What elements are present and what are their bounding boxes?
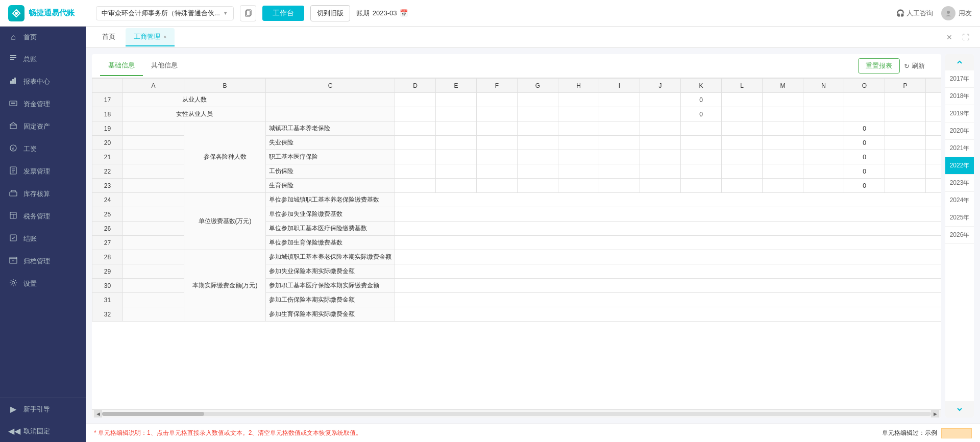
- close-window-button[interactable]: ✕: [943, 31, 955, 43]
- user-info[interactable]: 用友: [941, 6, 972, 20]
- row-20-g[interactable]: [518, 136, 558, 150]
- row-22-q[interactable]: [926, 164, 942, 179]
- row-25-c[interactable]: 单位参加失业保险缴费基数: [266, 207, 395, 222]
- row-17-j[interactable]: [640, 93, 681, 107]
- row-18-i[interactable]: [599, 107, 640, 121]
- sidebar-item-payroll[interactable]: ¥ 工资: [0, 138, 86, 160]
- row-17-g[interactable]: [518, 93, 558, 107]
- row-19-c[interactable]: 城镇职工基本养老保险: [266, 121, 395, 136]
- sidebar-item-home[interactable]: ⌂ 首页: [0, 27, 86, 48]
- row-24-c[interactable]: 单位参加城镇职工基本养老保险缴费基数: [266, 193, 395, 207]
- sidebar-item-invoice[interactable]: 发票管理: [0, 160, 86, 183]
- row-23-k[interactable]: [681, 179, 722, 193]
- row-24-data[interactable]: [395, 193, 942, 207]
- col-header-c[interactable]: C: [266, 79, 395, 93]
- row-17-k[interactable]: 0: [681, 93, 722, 107]
- row-26-a[interactable]: [123, 222, 184, 236]
- row-27-data[interactable]: [395, 236, 942, 250]
- row-23-o[interactable]: 0: [844, 179, 885, 193]
- row-20-q[interactable]: [926, 136, 942, 150]
- row-21-a[interactable]: [123, 150, 184, 164]
- col-header-d[interactable]: D: [395, 79, 436, 93]
- col-header-e[interactable]: E: [436, 79, 477, 93]
- row-18-ab[interactable]: 女性从业人员: [123, 107, 266, 121]
- row-17-m[interactable]: [763, 93, 803, 107]
- row-23-f[interactable]: [477, 179, 518, 193]
- row-20-j[interactable]: [640, 136, 681, 150]
- row-25-data[interactable]: [395, 207, 942, 222]
- row-22-d[interactable]: [395, 164, 436, 179]
- row-17-ab[interactable]: 从业人数: [123, 93, 266, 107]
- scrollbar-track[interactable]: [102, 412, 931, 416]
- year-item-2018[interactable]: 2018年: [945, 88, 974, 105]
- row-29-data[interactable]: [395, 264, 942, 279]
- row-27-a[interactable]: [123, 236, 184, 250]
- row-21-m[interactable]: [763, 150, 803, 164]
- year-item-2020[interactable]: 2020年: [945, 122, 974, 140]
- row-20-f[interactable]: [477, 136, 518, 150]
- row-26-c[interactable]: 单位参加职工基本医疗保险缴费基数: [266, 222, 395, 236]
- row-19-k[interactable]: [681, 121, 722, 136]
- year-item-2025[interactable]: 2025年: [945, 209, 974, 227]
- row-21-n[interactable]: [803, 150, 844, 164]
- row-19-j[interactable]: [640, 121, 681, 136]
- row-20-l[interactable]: [722, 136, 763, 150]
- row-20-c[interactable]: 失业保险: [266, 136, 395, 150]
- row-29-c[interactable]: 参加失业保险本期实际缴费金额: [266, 264, 395, 279]
- sidebar-item-assets[interactable]: 固定资产: [0, 115, 86, 138]
- row-18-p[interactable]: [885, 107, 926, 121]
- row-30-a[interactable]: [123, 279, 184, 293]
- row-21-f[interactable]: [477, 150, 518, 164]
- year-item-2021[interactable]: 2021年: [945, 140, 974, 157]
- row-22-k[interactable]: [681, 164, 722, 179]
- row-23-c[interactable]: 生育保险: [266, 179, 395, 193]
- row-21-q[interactable]: [926, 150, 942, 164]
- row-23-m[interactable]: [763, 179, 803, 193]
- workbench-button[interactable]: 工作台: [262, 6, 304, 21]
- row-19-b[interactable]: 参保各险种人数: [184, 121, 266, 193]
- row-22-e[interactable]: [436, 164, 477, 179]
- row-21-l[interactable]: [722, 150, 763, 164]
- row-30-data[interactable]: [395, 279, 942, 293]
- row-29-a[interactable]: [123, 264, 184, 279]
- row-17-e[interactable]: [436, 93, 477, 107]
- row-31-data[interactable]: [395, 293, 942, 307]
- row-19-f[interactable]: [477, 121, 518, 136]
- row-23-e[interactable]: [436, 179, 477, 193]
- row-23-j[interactable]: [640, 179, 681, 193]
- row-22-l[interactable]: [722, 164, 763, 179]
- horizontal-scrollbar[interactable]: ◀ ▶: [92, 409, 941, 418]
- row-19-n[interactable]: [803, 121, 844, 136]
- row-22-i[interactable]: [599, 164, 640, 179]
- old-version-button[interactable]: 切到旧版: [310, 5, 350, 21]
- col-header-h[interactable]: H: [558, 79, 599, 93]
- row-22-m[interactable]: [763, 164, 803, 179]
- row-18-c[interactable]: [266, 107, 395, 121]
- row-23-a[interactable]: [123, 179, 184, 193]
- tab-business[interactable]: 工商管理 ×: [126, 28, 175, 46]
- col-header-i[interactable]: I: [599, 79, 640, 93]
- row-19-q[interactable]: [926, 121, 942, 136]
- row-17-l[interactable]: [722, 93, 763, 107]
- scroll-left-button[interactable]: ◀: [94, 410, 102, 418]
- calendar-icon[interactable]: 📅: [400, 9, 408, 17]
- row-23-g[interactable]: [518, 179, 558, 193]
- row-23-h[interactable]: [558, 179, 599, 193]
- row-22-g[interactable]: [518, 164, 558, 179]
- sidebar-item-new-guide[interactable]: ▶ 新手引导: [0, 398, 86, 420]
- row-18-f[interactable]: [477, 107, 518, 121]
- row-22-a[interactable]: [123, 164, 184, 179]
- row-17-p[interactable]: [885, 93, 926, 107]
- row-26-data[interactable]: [395, 222, 942, 236]
- row-21-k[interactable]: [681, 150, 722, 164]
- sidebar-item-tax[interactable]: 税务管理: [0, 205, 86, 228]
- row-23-i[interactable]: [599, 179, 640, 193]
- row-17-q[interactable]: [926, 93, 942, 107]
- row-18-l[interactable]: [722, 107, 763, 121]
- row-22-h[interactable]: [558, 164, 599, 179]
- row-21-d[interactable]: [395, 150, 436, 164]
- year-scroll-down-button[interactable]: [953, 403, 966, 415]
- row-23-d[interactable]: [395, 179, 436, 193]
- row-32-data[interactable]: [395, 307, 942, 322]
- row-19-g[interactable]: [518, 121, 558, 136]
